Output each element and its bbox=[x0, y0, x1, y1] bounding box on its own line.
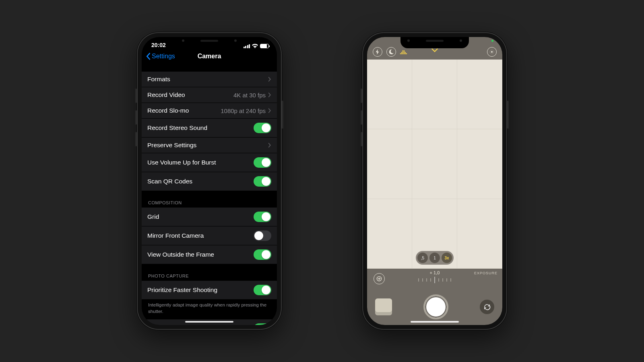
camera-flip-button[interactable] bbox=[480, 300, 494, 314]
toggle-burst[interactable] bbox=[254, 157, 271, 168]
row-mirror-front[interactable]: Mirror Front Camera bbox=[142, 226, 277, 245]
row-label: Mirror Front Camera bbox=[147, 232, 254, 239]
settings-group-composition: COMPOSITION Grid Mirror Front Camera Vie… bbox=[142, 198, 277, 264]
settings-group-general: Formats Record Video 4K at 30 fps Record… bbox=[142, 72, 277, 191]
back-button[interactable]: Settings bbox=[146, 48, 175, 64]
toggle-grid[interactable] bbox=[254, 212, 271, 222]
toggle-stereo[interactable] bbox=[254, 123, 271, 133]
row-stereo-sound[interactable]: Record Stereo Sound bbox=[142, 119, 277, 138]
page-title: Camera bbox=[198, 53, 221, 60]
row-label: Grid bbox=[147, 213, 254, 220]
toggle-mirror[interactable] bbox=[254, 230, 271, 241]
nav-bar: Settings Camera bbox=[142, 48, 277, 64]
toggle-qr[interactable] bbox=[254, 176, 271, 187]
row-label: Formats bbox=[147, 76, 268, 83]
back-label: Settings bbox=[152, 53, 175, 60]
row-grid[interactable]: Grid bbox=[142, 208, 277, 226]
zoom-ultrawide-button[interactable]: ,5 bbox=[417, 253, 428, 263]
row-faster-shooting[interactable]: Prioritize Faster Shooting bbox=[142, 281, 277, 300]
settings-list[interactable]: Formats Record Video 4K at 30 fps Record… bbox=[142, 64, 277, 325]
row-record-slomo[interactable]: Record Slo-mo 1080p at 240 fps bbox=[142, 103, 277, 119]
settings-screen: 20:02 Settings Camera Formats bbox=[142, 37, 277, 325]
toggle-outside[interactable] bbox=[254, 249, 271, 260]
exposure-title: EXPOSURE bbox=[474, 271, 497, 275]
row-outside-frame[interactable]: View Outside the Frame bbox=[142, 245, 277, 264]
home-indicator[interactable] bbox=[411, 321, 459, 323]
home-indicator[interactable] bbox=[185, 321, 233, 323]
camera-exposure-bar: + 1,0 EXPOSURE bbox=[367, 269, 502, 289]
toggle-fast[interactable] bbox=[254, 285, 271, 295]
row-formats[interactable]: Formats bbox=[142, 72, 277, 87]
status-time: 20:02 bbox=[151, 42, 166, 48]
live-photo-icon[interactable] bbox=[487, 47, 497, 57]
wifi-icon bbox=[252, 44, 258, 48]
row-preserve-settings[interactable]: Preserve Settings bbox=[142, 138, 277, 153]
row-record-video[interactable]: Record Video 4K at 30 fps bbox=[142, 87, 277, 103]
row-value: 4K at 30 fps bbox=[233, 92, 266, 99]
row-value: 1080p at 240 fps bbox=[221, 107, 266, 114]
camera-screen: ,5 1 3x + 1,0 EXPOSURE bbox=[367, 37, 502, 325]
exposure-scale[interactable] bbox=[419, 278, 451, 285]
row-label: View Outside the Frame bbox=[147, 251, 254, 258]
exposure-histogram-icon bbox=[400, 49, 407, 54]
camera-bottom-bar bbox=[367, 289, 502, 325]
row-label: Prioritize Faster Shooting bbox=[147, 286, 254, 294]
device-notch bbox=[400, 37, 469, 48]
zoom-tele-button[interactable]: 3x bbox=[442, 253, 452, 263]
row-label: Record Slo-mo bbox=[147, 107, 221, 114]
phone-camera-mock: ,5 1 3x + 1,0 EXPOSURE bbox=[362, 32, 507, 330]
row-label: Use Volume Up for Burst bbox=[147, 159, 254, 166]
row-label: Record Video bbox=[147, 91, 233, 99]
exposure-adjust-button[interactable] bbox=[374, 273, 385, 284]
row-volume-burst[interactable]: Use Volume Up for Burst bbox=[142, 153, 277, 172]
svg-point-0 bbox=[491, 51, 493, 53]
chevron-right-icon bbox=[268, 93, 271, 97]
night-mode-icon[interactable] bbox=[386, 47, 396, 57]
group-header: PHOTO CAPTURE bbox=[142, 271, 277, 281]
chevron-right-icon bbox=[268, 77, 271, 82]
device-notch bbox=[175, 37, 244, 48]
phone-settings-mock: 20:02 Settings Camera Formats bbox=[137, 32, 282, 330]
camera-viewfinder[interactable]: ,5 1 3x bbox=[367, 60, 502, 269]
row-label: Scan QR Codes bbox=[147, 178, 254, 185]
last-photo-thumbnail[interactable] bbox=[375, 298, 392, 315]
settings-group-photocapture: PHOTO CAPTURE Prioritize Faster Shooting… bbox=[142, 271, 277, 325]
exposure-value: + 1,0 bbox=[430, 270, 440, 275]
group-header: COMPOSITION bbox=[142, 198, 277, 208]
group-footer: Intelligently adapt image quality when r… bbox=[142, 300, 277, 315]
toggle-hdr[interactable] bbox=[254, 323, 271, 325]
row-scan-qr[interactable]: Scan QR Codes bbox=[142, 172, 277, 191]
camera-active-indicator-icon bbox=[491, 40, 493, 42]
zoom-wide-button[interactable]: 1 bbox=[429, 253, 440, 263]
chevron-right-icon bbox=[268, 108, 271, 113]
chevron-right-icon bbox=[268, 143, 271, 148]
zoom-selector[interactable]: ,5 1 3x bbox=[416, 251, 454, 265]
row-label: Record Stereo Sound bbox=[147, 124, 254, 132]
cellular-icon bbox=[244, 44, 250, 48]
row-label: Preserve Settings bbox=[147, 142, 268, 149]
battery-icon bbox=[260, 44, 269, 48]
shutter-button[interactable] bbox=[423, 294, 448, 319]
flash-icon[interactable] bbox=[373, 47, 382, 57]
chevron-left-icon bbox=[146, 53, 151, 60]
